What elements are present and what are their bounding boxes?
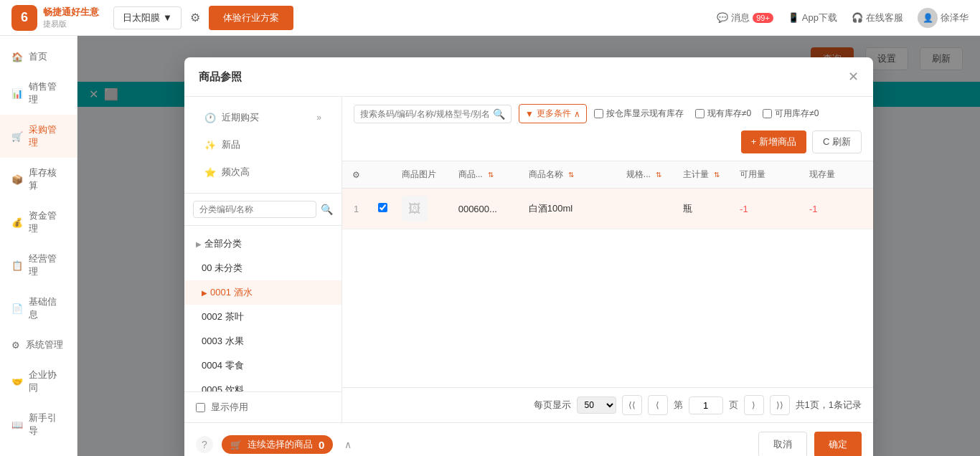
cat-fruit[interactable]: 0003 水果 <box>184 329 341 353</box>
product-search-input[interactable] <box>360 109 489 119</box>
prev-page-button[interactable]: ⟨ <box>648 395 668 415</box>
message-icon: 💬 <box>717 12 728 23</box>
warehouse-stock-check[interactable] <box>594 109 603 118</box>
page-size-select[interactable]: 50 20 100 <box>577 396 616 414</box>
sidebar-item-basic-info[interactable]: 📄 基础信息 <box>0 287 77 330</box>
modal-left-panel: 🕐 近期购买 » ✨ 新品 ⭐ 频次高 <box>184 97 342 422</box>
sidebar-item-operations[interactable]: 📋 经营管理 <box>0 244 77 287</box>
messages-badge: 99+ <box>753 13 773 23</box>
show-disabled-checkbox[interactable] <box>196 403 205 412</box>
col-name[interactable]: 商品名称 ⇅ <box>523 161 621 189</box>
app-download-item[interactable]: 📱 App下载 <box>788 11 837 24</box>
category-search-icon[interactable]: 🔍 <box>321 204 333 215</box>
main-content: 查询 设置 刷新 ✕ ⬜ 商品参照 ✕ <box>77 36 980 456</box>
row-available: -1 <box>734 189 804 229</box>
cat-uncategorized[interactable]: 00 未分类 <box>184 256 341 280</box>
row-code: 000600... <box>453 189 523 229</box>
sidebar-item-home[interactable]: 🏠 首页 <box>0 42 77 72</box>
checkbox-nonzero-stock[interactable]: 现有库存≠0 <box>695 108 751 120</box>
footer-left-area: ? 🛒 连续选择的商品 0 ∧ <box>196 435 352 454</box>
cat-liquor[interactable]: ▶ 0001 酒水 <box>184 280 341 305</box>
product-search-icon[interactable]: 🔍 <box>493 108 505 120</box>
first-page-button[interactable]: ⟨⟨ <box>622 395 642 415</box>
sidebar: 🏠 首页 📊 销售管理 🛒 采购管理 📦 库存核算 💰 资金管理 📋 经营管理 … <box>0 36 77 456</box>
product-reference-modal: 商品参照 ✕ 🕐 近期购买 » ✨ <box>184 57 873 456</box>
modal-title: 商品参照 <box>199 70 242 84</box>
row-checkbox-cell[interactable] <box>370 189 396 229</box>
col-spec[interactable]: 规格... ⇅ <box>621 161 677 189</box>
user-profile[interactable]: 👤 徐泽华 <box>918 8 969 28</box>
last-page-button[interactable]: ⟩⟩ <box>770 395 790 415</box>
table-header-row: ⚙ 商品图片 商品... ⇅ 商品名称 <box>342 161 873 189</box>
sidebar-item-system[interactable]: ⚙ 系统管理 <box>0 330 77 360</box>
image-placeholder-icon: 🖼 <box>408 201 421 217</box>
add-product-button[interactable]: + 新增商品 <box>741 130 806 153</box>
refresh-button[interactable]: C 刷新 <box>812 130 862 153</box>
modal-close-button[interactable]: ✕ <box>848 69 859 85</box>
expand-icon: » <box>316 113 321 123</box>
row-checkbox[interactable] <box>378 203 387 212</box>
logo-icon: 6 <box>11 5 37 31</box>
modal-header: 商品参照 ✕ <box>184 57 873 97</box>
inventory-icon: 📦 <box>11 174 23 185</box>
col-stock: 现存量 <box>804 161 873 189</box>
col-unit[interactable]: 主计量 ⇅ <box>677 161 734 189</box>
tab-new-products[interactable]: ✨ 新品 <box>196 133 330 157</box>
sidebar-item-inventory[interactable]: 📦 库存核算 <box>0 158 77 201</box>
mobile-icon: 📱 <box>788 12 799 23</box>
right-toolbar: 🔍 ▼ 更多条件 ∧ 按仓库显示现有库存 <box>342 97 873 161</box>
cat-all[interactable]: ▶ 全部分类 <box>184 232 341 256</box>
user-avatar: 👤 <box>918 8 938 28</box>
nonzero-stock-check[interactable] <box>695 109 705 118</box>
cat-drinks[interactable]: 0005 饮料 <box>184 378 341 391</box>
messages-item[interactable]: 💬 消息 99+ <box>717 11 773 24</box>
sort-unit-icon: ⇅ <box>714 171 720 179</box>
cancel-button[interactable]: 取消 <box>758 432 807 456</box>
sidebar-item-sales[interactable]: 📊 销售管理 <box>0 72 77 115</box>
more-filters-button[interactable]: ▼ 更多条件 ∧ <box>519 104 587 123</box>
continuous-select-cart[interactable]: 🛒 连续选择的商品 0 <box>222 435 333 454</box>
sidebar-item-app-center[interactable]: 🖥 应用中心 <box>0 446 77 456</box>
sidebar-item-guide[interactable]: 📖 新手引导 <box>0 403 77 446</box>
col-code[interactable]: 商品... ⇅ <box>453 161 523 189</box>
first-page-icon: ⟨⟨ <box>628 400 636 410</box>
cat-arrow-liquor: ▶ <box>202 289 207 297</box>
trial-btn[interactable]: 体验行业方案 <box>209 6 293 30</box>
cat-snacks[interactable]: 0004 零食 <box>184 353 341 378</box>
tab-recent-purchase[interactable]: 🕐 近期购买 » <box>196 105 330 130</box>
product-search-box: 🔍 <box>354 105 512 123</box>
page-number-input[interactable] <box>689 396 723 414</box>
logo-area: 6 畅捷通好生意 捷易版 <box>11 5 99 31</box>
confirm-button[interactable]: 确定 <box>814 432 862 456</box>
top-navigation: 6 畅捷通好生意 捷易版 日太阳膜 ▼ ⚙ 体验行业方案 💬 消息 99+ 📱 … <box>0 0 980 36</box>
sort-code-icon: ⇅ <box>488 171 494 179</box>
help-button[interactable]: ? <box>196 436 213 453</box>
modal-footer: ? 🛒 连续选择的商品 0 ∧ 取消 确定 <box>184 422 873 456</box>
new-icon: ✨ <box>204 140 216 151</box>
next-page-button[interactable]: ⟩ <box>744 395 764 415</box>
row-num: 1 <box>342 189 370 229</box>
tab-frequent[interactable]: ⭐ 频次高 <box>196 160 330 184</box>
settings-gear-icon[interactable]: ⚙ <box>190 11 200 24</box>
sidebar-item-enterprise[interactable]: 🤝 企业协同 <box>0 360 77 403</box>
pagination: 每页显示 50 20 100 ⟨⟨ ⟨ <box>342 387 873 422</box>
company-selector[interactable]: 日太阳膜 ▼ <box>113 6 182 29</box>
checkbox-nonzero-available[interactable]: 可用库存≠0 <box>763 108 819 120</box>
cart-count-badge: 0 <box>319 439 324 451</box>
row-image-cell: 🖼 <box>396 189 453 229</box>
checkbox-warehouse-stock[interactable]: 按仓库显示现有库存 <box>594 108 684 120</box>
nonzero-available-check[interactable] <box>763 109 772 118</box>
cat-tea[interactable]: 0002 茶叶 <box>184 305 341 329</box>
sidebar-item-finance[interactable]: 💰 资金管理 <box>0 201 77 244</box>
customer-service-item[interactable]: 🎧 在线客服 <box>852 11 903 24</box>
sidebar-item-purchase[interactable]: 🛒 采购管理 <box>0 115 77 158</box>
modal-right-panel: 🔍 ▼ 更多条件 ∧ 按仓库显示现有库存 <box>342 97 873 422</box>
chevron-up-icon: ∧ <box>574 109 580 119</box>
table-row[interactable]: 1 🖼 <box>342 189 873 229</box>
category-search-input[interactable] <box>193 201 316 218</box>
sales-icon: 📊 <box>11 88 23 99</box>
footer-collapse-button[interactable]: ∧ <box>344 439 352 450</box>
col-available: 可用量 <box>734 161 804 189</box>
col-settings[interactable]: ⚙ <box>342 161 370 189</box>
logo-text: 畅捷通好生意 捷易版 <box>43 6 99 29</box>
